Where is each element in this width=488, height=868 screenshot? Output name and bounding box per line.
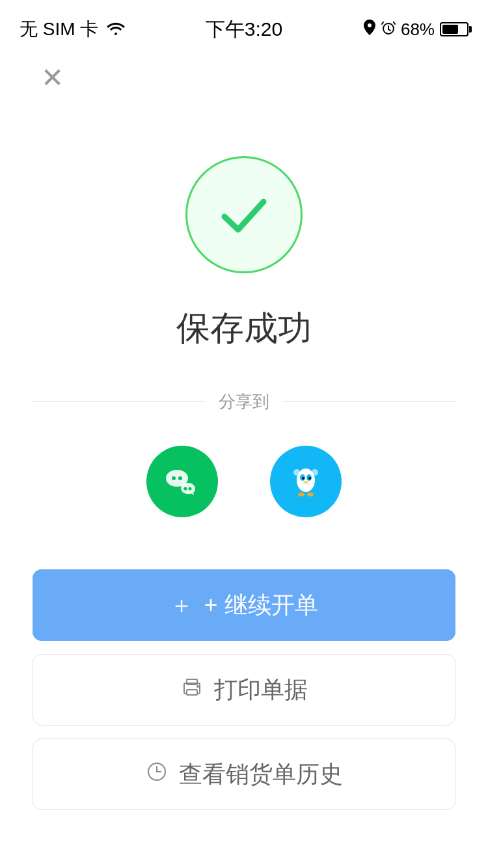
divider-left	[33, 401, 206, 402]
battery-text: 68%	[401, 20, 435, 40]
share-divider: 分享到	[33, 390, 455, 413]
close-icon: ✕	[41, 64, 64, 92]
continue-label: + 继续开单	[204, 590, 318, 621]
close-button[interactable]: ✕	[33, 59, 72, 98]
wechat-icon	[161, 461, 204, 503]
action-buttons: ＋ + 继续开单 打印单据 查看销货单历	[33, 569, 455, 810]
alarm-icon	[381, 20, 396, 40]
svg-point-13	[298, 493, 305, 496]
svg-point-2	[172, 476, 176, 480]
main-content: 保存成功 分享到	[0, 52, 488, 810]
history-icon	[145, 760, 169, 789]
wechat-share-button[interactable]	[146, 446, 218, 517]
success-title: 保存成功	[176, 306, 312, 351]
continue-button[interactable]: ＋ + 继续开单	[33, 569, 455, 641]
history-button[interactable]: 查看销货单历史	[33, 739, 455, 810]
wifi-icon	[106, 19, 126, 40]
status-time: 下午3:20	[206, 16, 282, 43]
svg-point-16	[312, 469, 318, 476]
success-circle	[185, 156, 303, 273]
svg-point-3	[178, 476, 182, 480]
qq-share-button[interactable]	[270, 446, 342, 517]
svg-point-4	[183, 487, 187, 490]
battery-icon	[440, 22, 468, 36]
print-label: 打印单据	[214, 674, 308, 706]
svg-point-12	[299, 482, 312, 491]
status-left: 无 SIM 卡	[20, 17, 126, 42]
continue-icon: ＋	[170, 590, 193, 621]
print-icon	[180, 675, 204, 705]
location-icon	[363, 20, 376, 40]
print-button[interactable]: 打印单据	[33, 654, 455, 726]
svg-point-5	[188, 487, 191, 490]
svg-point-15	[293, 469, 300, 476]
svg-point-14	[307, 493, 314, 496]
svg-point-20	[197, 685, 199, 688]
svg-rect-19	[187, 690, 197, 695]
status-bar: 无 SIM 卡 下午3:20 68%	[0, 0, 488, 52]
qq-icon	[285, 461, 327, 503]
status-right: 68%	[363, 20, 468, 40]
svg-point-9	[302, 477, 305, 480]
sim-text: 无 SIM 卡	[20, 17, 98, 42]
share-icons	[146, 446, 342, 517]
divider-right	[282, 401, 455, 402]
share-label: 分享到	[219, 390, 269, 413]
svg-point-10	[308, 477, 311, 480]
checkmark-icon	[215, 185, 273, 244]
history-label: 查看销货单历史	[179, 759, 343, 791]
